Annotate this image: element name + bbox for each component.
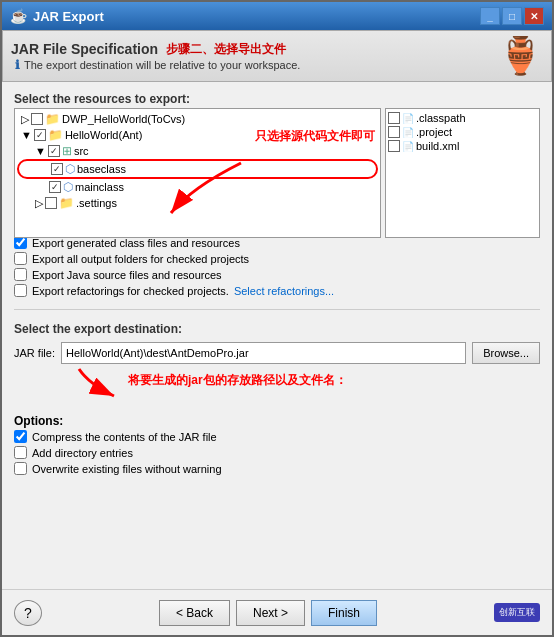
option-compress[interactable]: Compress the contents of the JAR file bbox=[14, 430, 540, 443]
label-hw: HelloWorld(Ant) bbox=[65, 129, 142, 141]
tree-item-dwp[interactable]: ▷ 📁 DWP_HelloWorld(ToCvs) bbox=[17, 111, 378, 127]
info-text: The export destination will be relative … bbox=[24, 59, 300, 71]
bottom-bar: ? < Back Next > Finish 创新互联 bbox=[2, 589, 552, 635]
back-button[interactable]: < Back bbox=[159, 600, 230, 626]
checkbox-java-src[interactable] bbox=[14, 268, 27, 281]
label-project: .project bbox=[416, 126, 452, 138]
expand-icon-hw: ▼ bbox=[21, 129, 32, 141]
option-overwrite[interactable]: Overwrite existing files without warning bbox=[14, 462, 540, 475]
package-icon-baseclass: ⬡ bbox=[65, 162, 75, 176]
option-dir-entries[interactable]: Add directory entries bbox=[14, 446, 540, 459]
select-refactorings-link[interactable]: Select refactorings... bbox=[234, 285, 334, 297]
right-item-classpath[interactable]: 📄 .classpath bbox=[388, 111, 537, 125]
file-icon-classpath: 📄 bbox=[402, 113, 414, 124]
source-icon-src: ⊞ bbox=[62, 144, 72, 158]
label-mainclass: mainclass bbox=[75, 181, 124, 193]
jar-options: Options: Compress the contents of the JA… bbox=[14, 412, 540, 475]
folder-icon-dwp: 📁 bbox=[45, 112, 60, 126]
label-baseclass: baseclass bbox=[77, 163, 126, 175]
expand-icon-settings: ▷ bbox=[35, 197, 43, 210]
right-panel[interactable]: 📄 .classpath 📄 .project 📄 build.xml bbox=[385, 108, 540, 238]
jar-export-window: ☕ JAR Export _ □ ✕ JAR File Specificatio… bbox=[0, 0, 554, 637]
tree-item-settings[interactable]: ▷ 📁 .settings bbox=[17, 195, 378, 211]
label-dir-entries: Add directory entries bbox=[32, 447, 133, 459]
option-refactor[interactable]: Export refactorings for checked projects… bbox=[14, 284, 540, 297]
tree-item-hw[interactable]: ▼ ✓ 📁 HelloWorld(Ant) bbox=[17, 127, 378, 143]
checkbox-buildxml[interactable] bbox=[388, 140, 400, 152]
label-settings: .settings bbox=[76, 197, 117, 209]
maximize-button[interactable]: □ bbox=[502, 7, 522, 25]
label-dwp: DWP_HelloWorld(ToCvs) bbox=[62, 113, 185, 125]
file-icon-project: 📄 bbox=[402, 127, 414, 138]
checkbox-mainclass[interactable]: ✓ bbox=[49, 181, 61, 193]
folder-icon-hw: 📁 bbox=[48, 128, 63, 142]
label-java-src: Export Java source files and resources bbox=[32, 269, 222, 281]
jar-icon: 🏺 bbox=[498, 35, 543, 77]
checkbox-overwrite[interactable] bbox=[14, 462, 27, 475]
window-icon: ☕ bbox=[10, 8, 27, 24]
right-item-project[interactable]: 📄 .project bbox=[388, 125, 537, 139]
right-item-buildxml[interactable]: 📄 build.xml bbox=[388, 139, 537, 153]
label-buildxml: build.xml bbox=[416, 140, 459, 152]
finish-button[interactable]: Finish bbox=[311, 600, 377, 626]
checkbox-dwp[interactable] bbox=[31, 113, 43, 125]
info-icon: ℹ bbox=[15, 58, 20, 72]
jar-file-input[interactable] bbox=[61, 342, 466, 364]
browse-button[interactable]: Browse... bbox=[472, 342, 540, 364]
expand-icon-src: ▼ bbox=[35, 145, 46, 157]
tree-item-baseclass[interactable]: ✓ ⬡ baseclass bbox=[17, 159, 378, 179]
section-title: JAR File Specification bbox=[11, 41, 158, 57]
section-subtitle: 步骤二、选择导出文件 bbox=[166, 41, 286, 58]
window-controls: _ □ ✕ bbox=[480, 7, 544, 25]
destination-section: Select the export destination: JAR file:… bbox=[14, 322, 540, 404]
tree-panel[interactable]: ▷ 📁 DWP_HelloWorld(ToCvs) ▼ ✓ 📁 HelloWor… bbox=[14, 108, 381, 238]
label-src: src bbox=[74, 145, 89, 157]
option-all-output[interactable]: Export all output folders for checked pr… bbox=[14, 252, 540, 265]
checkbox-project[interactable] bbox=[388, 126, 400, 138]
label-classpath: .classpath bbox=[416, 112, 466, 124]
label-all-output: Export all output folders for checked pr… bbox=[32, 253, 249, 265]
resources-panels: ▷ 📁 DWP_HelloWorld(ToCvs) ▼ ✓ 📁 HelloWor… bbox=[14, 108, 540, 238]
label-refactor: Export refactorings for checked projects… bbox=[32, 285, 229, 297]
package-icon-mainclass: ⬡ bbox=[63, 180, 73, 194]
next-button[interactable]: Next > bbox=[236, 600, 305, 626]
jar-file-label: JAR file: bbox=[14, 347, 55, 359]
label-overwrite: Overwrite existing files without warning bbox=[32, 463, 222, 475]
folder-icon-settings: 📁 bbox=[59, 196, 74, 210]
checkbox-settings[interactable] bbox=[45, 197, 57, 209]
separator1 bbox=[14, 309, 540, 310]
watermark: 创新互联 bbox=[494, 603, 540, 622]
nav-buttons: < Back Next > Finish bbox=[159, 600, 377, 626]
checkbox-baseclass[interactable]: ✓ bbox=[51, 163, 63, 175]
dest-row: JAR file: Browse... bbox=[14, 342, 540, 364]
main-content: Select the resources to export: ▷ 📁 DWP_… bbox=[2, 82, 552, 589]
annotation-dest: 将要生成的jar包的存放路径以及文件名： bbox=[128, 372, 347, 389]
checkbox-compress[interactable] bbox=[14, 430, 27, 443]
checkbox-all-output[interactable] bbox=[14, 252, 27, 265]
resources-label: Select the resources to export: bbox=[14, 92, 540, 106]
jar-options-list: Compress the contents of the JAR file Ad… bbox=[14, 430, 540, 475]
minimize-button[interactable]: _ bbox=[480, 7, 500, 25]
section-header: JAR File Specification 步骤二、选择导出文件 ℹ The … bbox=[2, 30, 552, 82]
export-options: Export generated class files and resourc… bbox=[14, 236, 540, 297]
title-bar: ☕ JAR Export _ □ ✕ bbox=[2, 2, 552, 30]
close-button[interactable]: ✕ bbox=[524, 7, 544, 25]
info-row: ℹ The export destination will be relativ… bbox=[11, 58, 490, 72]
tree-item-src[interactable]: ▼ ✓ ⊞ src bbox=[17, 143, 378, 159]
option-java-src[interactable]: Export Java source files and resources bbox=[14, 268, 540, 281]
checkbox-classpath[interactable] bbox=[388, 112, 400, 124]
tree-item-mainclass[interactable]: ✓ ⬡ mainclass bbox=[17, 179, 378, 195]
file-icon-buildxml: 📄 bbox=[402, 141, 414, 152]
resources-section: Select the resources to export: ▷ 📁 DWP_… bbox=[14, 92, 540, 138]
dest-label: Select the export destination: bbox=[14, 322, 540, 336]
expand-icon: ▷ bbox=[21, 113, 29, 126]
checkbox-refactor[interactable] bbox=[14, 284, 27, 297]
label-compress: Compress the contents of the JAR file bbox=[32, 431, 217, 443]
checkbox-hw[interactable]: ✓ bbox=[34, 129, 46, 141]
help-button[interactable]: ? bbox=[14, 600, 42, 626]
window-title: JAR Export bbox=[33, 9, 480, 24]
jar-options-label: Options: bbox=[14, 414, 540, 428]
label-gen-class: Export generated class files and resourc… bbox=[32, 237, 240, 249]
checkbox-dir-entries[interactable] bbox=[14, 446, 27, 459]
checkbox-src[interactable]: ✓ bbox=[48, 145, 60, 157]
